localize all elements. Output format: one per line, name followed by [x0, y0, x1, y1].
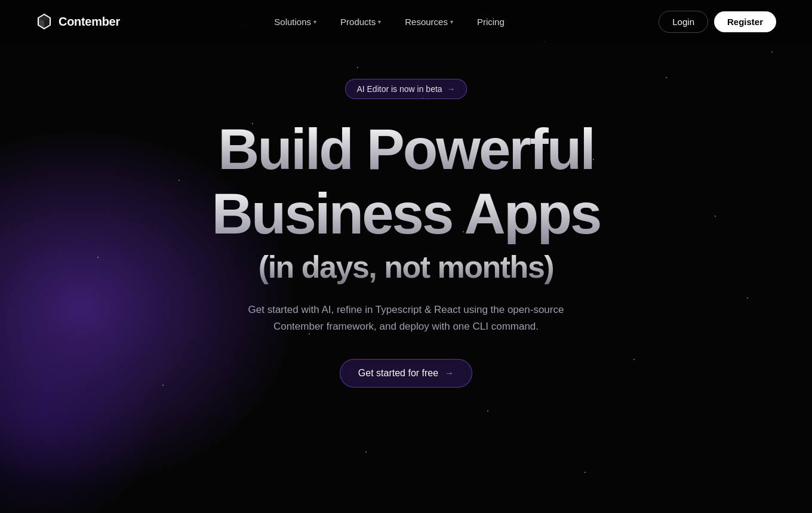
beta-badge-text: AI Editor is now in beta [356, 84, 442, 94]
logo-icon [36, 13, 53, 30]
navbar: Contember Solutions ▾ Products ▾ Resourc… [0, 0, 812, 43]
register-button[interactable]: Register [714, 11, 776, 32]
cta-label: Get started for free [358, 368, 438, 379]
logo[interactable]: Contember [36, 13, 120, 30]
hero-section: AI Editor is now in beta → Build Powerfu… [0, 43, 812, 388]
hero-description: Get started with AI, refine in Typescrip… [233, 302, 579, 335]
hero-title-line1: Build Powerful [218, 121, 594, 178]
chevron-down-icon: ▾ [313, 19, 316, 25]
nav-right: Login Register [659, 11, 776, 33]
nav-center: Solutions ▾ Products ▾ Resources ▾ Prici… [264, 12, 513, 32]
hero-subtitle: (in days, not months) [259, 249, 553, 285]
logo-text: Contember [59, 15, 120, 29]
chevron-down-icon: ▾ [450, 19, 453, 25]
nav-left: Contember [36, 13, 120, 30]
nav-item-resources[interactable]: Resources ▾ [395, 12, 463, 32]
nav-item-pricing[interactable]: Pricing [467, 12, 514, 32]
beta-badge-arrow: → [447, 84, 456, 94]
cta-button[interactable]: Get started for free → [340, 359, 472, 388]
nav-item-products[interactable]: Products ▾ [331, 12, 390, 32]
login-button[interactable]: Login [659, 11, 708, 33]
cta-arrow: → [444, 368, 454, 379]
nav-item-solutions[interactable]: Solutions ▾ [264, 12, 326, 32]
chevron-down-icon: ▾ [378, 19, 381, 25]
hero-title-line2: Business Apps [212, 184, 601, 244]
beta-badge[interactable]: AI Editor is now in beta → [345, 79, 466, 99]
